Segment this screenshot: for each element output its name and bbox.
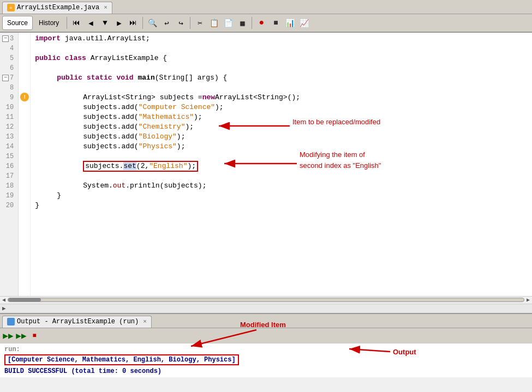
line-num-8: 8 bbox=[2, 83, 16, 93]
code-line-5: public class ArrayListExample { bbox=[35, 53, 528, 63]
line-num-12: 12 bbox=[2, 122, 16, 132]
redo-button[interactable]: ↪ bbox=[174, 16, 187, 29]
first-page-button[interactable]: ⏮ bbox=[70, 16, 83, 29]
code-line-13: subjects.add("Biology"); bbox=[35, 132, 528, 142]
line-num-5: 5 bbox=[2, 53, 16, 63]
line-num-9: 9 bbox=[2, 93, 16, 102]
run-label: run: bbox=[4, 346, 528, 353]
warning-glyph: ! bbox=[20, 93, 29, 101]
line-num-4: 4 bbox=[2, 44, 16, 53]
horizontal-scrollbar[interactable]: ◀ ▶ bbox=[0, 296, 532, 304]
output-tab[interactable]: Output - ArrayListExample (run) × bbox=[2, 316, 152, 328]
tab-close-button[interactable]: × bbox=[104, 4, 107, 11]
code-line-11: subjects.add("Mathematics"); bbox=[35, 112, 528, 122]
toolbar: Source History ⏮ ◀ ▼ ▶ ⏭ 🔍 ↩ ↪ ✂ 📋 📄 ▦ ●… bbox=[0, 14, 532, 33]
output-tab-close[interactable]: × bbox=[143, 318, 147, 325]
code-line-3: import java.util.ArrayList; bbox=[35, 34, 528, 44]
line-num-18: 18 bbox=[2, 181, 16, 191]
scroll-left-button[interactable]: ◀ bbox=[0, 297, 8, 303]
line-num-11: 11 bbox=[2, 112, 16, 122]
java-file-icon: ☕ bbox=[7, 4, 15, 11]
copy-button[interactable]: 📋 bbox=[207, 16, 220, 29]
toolbar-separator-3 bbox=[190, 17, 190, 29]
line-num-15: 15 bbox=[2, 152, 16, 161]
chart2-button[interactable]: 📈 bbox=[297, 16, 310, 29]
run-again-button[interactable]: ▶▶ bbox=[2, 330, 14, 342]
output-panel: Output - ArrayListExample (run) × ▶▶ ▶▶ … bbox=[0, 313, 532, 392]
h-scroll-track[interactable] bbox=[8, 298, 524, 302]
run-button[interactable]: ● bbox=[255, 16, 268, 29]
build-success-line: BUILD SUCCESSFUL (total time: 0 seconds) bbox=[4, 367, 528, 375]
toolbar-separator-1 bbox=[67, 17, 67, 29]
toolbar-separator-2 bbox=[142, 17, 143, 29]
code-line-16: subjects.set(2,"English"); bbox=[35, 161, 528, 171]
code-line-15 bbox=[35, 152, 528, 161]
collapse-icon-3[interactable]: − bbox=[2, 35, 9, 42]
cut-button[interactable]: ✂ bbox=[193, 16, 206, 29]
code-line-9: ArrayList<String> subjects = new ArrayLi… bbox=[35, 93, 528, 102]
format-button[interactable]: ▦ bbox=[236, 16, 249, 29]
line-num-16: 16 bbox=[2, 161, 16, 171]
code-line-14: subjects.add("Physics"); bbox=[35, 142, 528, 152]
collapse-bar[interactable]: ▶ bbox=[0, 304, 532, 313]
scroll-right-button[interactable]: ▶ bbox=[524, 297, 532, 303]
code-line-8 bbox=[35, 83, 528, 93]
line-num-19: 19 bbox=[2, 191, 16, 201]
output-result-line: [Computer Science, Mathematics, English,… bbox=[4, 354, 528, 365]
dropdown-button[interactable]: ▼ bbox=[98, 16, 111, 29]
line-num-7: −7 bbox=[2, 73, 16, 83]
output-tab-label: Output - ArrayListExample (run) bbox=[17, 318, 139, 325]
stop-button[interactable]: ■ bbox=[269, 16, 282, 29]
code-line-12: subjects.add("Chemistry"); bbox=[35, 122, 528, 132]
paste-button[interactable]: 📄 bbox=[222, 16, 235, 29]
editor-area: −3 4 5 6 −7 8 9 10 11 12 13 14 15 16 17 … bbox=[0, 33, 532, 296]
code-content[interactable]: import java.util.ArrayList; public class… bbox=[31, 33, 532, 296]
code-line-4 bbox=[35, 44, 528, 53]
line-num-3: −3 bbox=[2, 34, 16, 44]
code-line-18: System.out.println(subjects); bbox=[35, 181, 528, 191]
main-container: ☕ ArrayListExample.java × Source History… bbox=[0, 0, 532, 392]
rerun-button[interactable]: ▶▶ bbox=[15, 330, 27, 342]
output-content: run: [Computer Science, Mathematics, Eng… bbox=[0, 343, 532, 377]
line-num-20: 20 bbox=[2, 201, 16, 210]
prev-button[interactable]: ◀ bbox=[84, 16, 97, 29]
line-num-14: 14 bbox=[2, 142, 16, 152]
gutter: ! bbox=[19, 33, 31, 296]
line-num-6: 6 bbox=[2, 63, 16, 73]
code-line-17 bbox=[35, 171, 528, 181]
line16-highlight: subjects.set(2,"English"); bbox=[83, 161, 198, 172]
last-page-button[interactable]: ⏭ bbox=[127, 16, 140, 29]
undo-button[interactable]: ↩ bbox=[160, 16, 173, 29]
toolbar-separator-4 bbox=[252, 17, 252, 29]
warning-icon: ! bbox=[20, 93, 29, 101]
collapse-icon-7[interactable]: − bbox=[2, 75, 9, 81]
output-tab-bar: Output - ArrayListExample (run) × bbox=[0, 314, 532, 328]
history-tab-button[interactable]: History bbox=[34, 16, 64, 30]
search-button[interactable]: 🔍 bbox=[146, 16, 159, 29]
output-result-box: [Computer Science, Mathematics, English,… bbox=[4, 354, 239, 365]
line-num-17: 17 bbox=[2, 171, 16, 181]
output-toolbar: ▶▶ ▶▶ ■ bbox=[0, 328, 532, 343]
code-line-20: } bbox=[35, 201, 528, 210]
file-tab[interactable]: ☕ ArrayListExample.java × bbox=[2, 2, 112, 14]
tab-label: ArrayListExample.java bbox=[17, 4, 99, 11]
editor-wrapper: −3 4 5 6 −7 8 9 10 11 12 13 14 15 16 17 … bbox=[0, 33, 532, 313]
code-line-6 bbox=[35, 63, 528, 73]
code-line-10: subjects.add("Computer Science"); bbox=[35, 102, 528, 112]
next-button[interactable]: ▶ bbox=[112, 16, 125, 29]
code-line-7: public static void main(String[] args) { bbox=[35, 73, 528, 83]
expand-icon[interactable]: ▶ bbox=[2, 305, 6, 312]
line-numbers: −3 4 5 6 −7 8 9 10 11 12 13 14 15 16 17 … bbox=[0, 33, 19, 296]
line-num-10: 10 bbox=[2, 102, 16, 112]
code-line-19: } bbox=[35, 191, 528, 201]
stop-output-button[interactable]: ■ bbox=[28, 330, 40, 342]
tab-bar: ☕ ArrayListExample.java × bbox=[0, 0, 532, 14]
h-scroll-thumb[interactable] bbox=[8, 298, 41, 301]
source-tab-button[interactable]: Source bbox=[2, 16, 33, 30]
line-num-13: 13 bbox=[2, 132, 16, 142]
chart-button[interactable]: 📊 bbox=[283, 16, 296, 29]
output-panel-icon bbox=[7, 318, 15, 325]
